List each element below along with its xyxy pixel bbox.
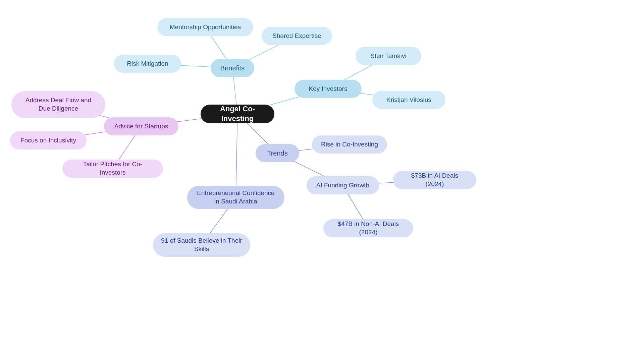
node-rise-coinvesting: Rise in Co-Investing	[312, 135, 387, 154]
rise-coinvesting-label: Rise in Co-Investing	[321, 140, 378, 149]
node-shared-expertise: Shared Expertise	[262, 27, 332, 45]
73b-label: $73B in AI Deals (2024)	[401, 172, 468, 188]
node-saudis-believe: 91 of Saudis Believe in Their Skills	[153, 233, 250, 257]
node-focus-inclusivity: Focus on Inclusivity	[10, 131, 87, 149]
kristjan-vilosius-label: Kristjan Vilosius	[386, 96, 431, 104]
node-trends: Trends	[256, 144, 299, 162]
entrepreneurial-label: Entrepreneurial Confidence in Saudi Arab…	[195, 189, 276, 205]
node-kristjan-vilosius: Kristjan Vilosius	[372, 91, 445, 109]
risk-mitigation-label: Risk Mitigation	[127, 60, 168, 68]
key-investors-label: Key Investors	[309, 85, 347, 93]
node-mentorship: Mentorship Opportunities	[157, 18, 253, 36]
mentorship-label: Mentorship Opportunities	[170, 23, 241, 32]
sten-tamkivi-label: Sten Tamkivi	[370, 52, 406, 60]
node-advice-startups: Advice for Startups	[104, 117, 178, 135]
node-address-deal: Address Deal Flow and Due Diligence	[11, 91, 105, 118]
node-tailor-pitches: Tailor Pitches for Co-Investors	[62, 160, 163, 178]
node-sten-tamkivi: Sten Tamkivi	[356, 47, 421, 65]
ai-funding-label: AI Funding Growth	[316, 181, 369, 190]
svg-line-16	[236, 114, 237, 197]
shared-expertise-label: Shared Expertise	[272, 32, 321, 40]
node-risk-mitigation: Risk Mitigation	[114, 55, 181, 73]
saudis-believe-label: 91 of Saudis Believe in Their Skills	[161, 237, 242, 253]
address-deal-label: Address Deal Flow and Due Diligence	[19, 96, 97, 113]
center-label: Angel Co-Investing	[214, 104, 261, 123]
node-key-investors: Key Investors	[294, 80, 362, 98]
focus-inclusivity-label: Focus on Inclusivity	[20, 136, 76, 145]
advice-startups-label: Advice for Startups	[114, 122, 168, 131]
47b-label: $47B in Non-AI Deals (2024)	[331, 220, 405, 236]
node-benefits: Benefits	[211, 59, 254, 77]
trends-label: Trends	[267, 149, 288, 158]
node-ai-funding: AI Funding Growth	[307, 176, 379, 194]
node-entrepreneurial: Entrepreneurial Confidence in Saudi Arab…	[187, 186, 284, 209]
tailor-pitches-label: Tailor Pitches for Co-Investors	[70, 160, 155, 177]
benefits-label: Benefits	[220, 64, 245, 72]
node-73b: $73B in AI Deals (2024)	[393, 171, 476, 189]
center-node: Angel Co-Investing	[201, 105, 274, 123]
node-47b: $47B in Non-AI Deals (2024)	[323, 219, 413, 237]
